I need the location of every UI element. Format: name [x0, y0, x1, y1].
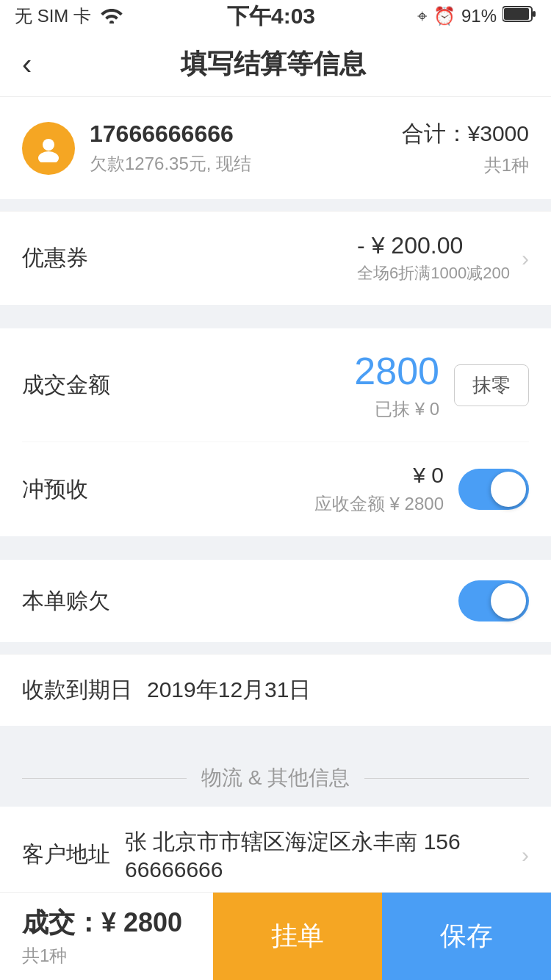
user-subtitle: 欠款1276.35元, 现结	[90, 152, 251, 176]
deal-amount-label: 成交金额	[22, 370, 110, 400]
logistics-section: 物流 & 其他信息	[0, 749, 551, 807]
address-value: 张 北京市市辖区海淀区永丰南 156 66666666	[125, 827, 516, 882]
back-button[interactable]: ‹	[22, 48, 32, 81]
deal-amount-value: 2800	[354, 349, 439, 393]
svg-point-3	[43, 139, 54, 151]
address-row[interactable]: 客户地址 张 北京市市辖区海淀区永丰南 156 66666666 ›	[0, 807, 551, 903]
status-left: 无 SIM 卡	[15, 4, 125, 28]
footer-deal-label: 成交：	[22, 907, 101, 937]
credit-label: 本单赊欠	[22, 586, 110, 616]
alarm-icon: ⏰	[433, 6, 455, 26]
nav-bar: ‹ 填写结算等信息	[0, 32, 551, 97]
credit-row: 本单赊欠	[0, 560, 551, 642]
erased-label: 已抹 ¥ 0	[354, 397, 439, 421]
status-time: 下午4:03	[227, 1, 315, 32]
prepay-row: 冲预收 ¥ 0 应收金额 ¥ 2800	[22, 442, 529, 536]
deal-amount-row: 成交金额 2800 已抹 ¥ 0 抹零	[22, 328, 529, 442]
footer-info: 成交：¥ 2800 共1种	[0, 905, 213, 968]
svg-rect-1	[504, 8, 529, 20]
section-divider-1	[0, 317, 551, 328]
item-count: 共1种	[402, 154, 529, 177]
sep-line-left	[22, 778, 187, 779]
coupon-chevron: ›	[522, 246, 529, 271]
footer-count: 共1种	[22, 944, 191, 968]
coupon-amount: - ¥ 200.00	[357, 232, 510, 259]
battery-label: 91%	[461, 6, 497, 26]
prepay-toggle[interactable]	[458, 469, 529, 510]
user-total: 合计：¥3000 共1种	[402, 119, 529, 177]
prepay-amount: ¥ 0	[314, 463, 444, 488]
user-left: 17666666666 欠款1276.35元, 现结	[22, 120, 251, 176]
sim-label: 无 SIM 卡	[15, 4, 91, 28]
user-info: 17666666666 欠款1276.35元, 现结	[90, 120, 251, 176]
user-card: 17666666666 欠款1276.35元, 现结 合计：¥3000 共1种	[0, 97, 551, 199]
round-button[interactable]: 抹零	[454, 364, 529, 406]
svg-point-4	[38, 151, 59, 162]
footer-deal-amount: ¥ 2800	[101, 907, 182, 937]
deal-right: 2800 已抹 ¥ 0 抹零	[354, 349, 529, 421]
battery-icon	[503, 4, 536, 28]
avatar	[22, 122, 75, 175]
deal-section: 成交金额 2800 已抹 ¥ 0 抹零 冲预收 ¥ 0 应收金额 ¥ 2800	[0, 328, 551, 536]
page-title: 填写结算等信息	[46, 46, 500, 82]
prepay-sub: 应收金额 ¥ 2800	[314, 492, 444, 516]
logistics-label: 物流 & 其他信息	[201, 764, 350, 792]
svg-rect-2	[533, 11, 536, 17]
status-bar: 无 SIM 卡 下午4:03 ⌖ ⏰ 91%	[0, 0, 551, 32]
section-divider-3	[0, 738, 551, 749]
section-divider-2	[0, 548, 551, 560]
coupon-desc: 全场6折满1000减200	[357, 262, 510, 284]
location-icon: ⌖	[417, 6, 428, 26]
due-date-value: 2019年12月31日	[147, 675, 311, 705]
save-button[interactable]: 保存	[382, 893, 551, 981]
prepay-label: 冲预收	[22, 475, 88, 505]
due-date-row: 收款到期日 2019年12月31日	[0, 654, 551, 726]
due-date-label: 收款到期日	[22, 675, 132, 705]
footer-deal: 成交：¥ 2800	[22, 905, 191, 941]
address-chevron: ›	[522, 843, 529, 868]
address-label: 客户地址	[22, 840, 110, 870]
user-phone: 17666666666	[90, 120, 251, 148]
footer: 成交：¥ 2800 共1种 挂单 保存	[0, 892, 551, 980]
credit-toggle[interactable]	[458, 580, 529, 621]
sep-line-right	[364, 778, 529, 779]
coupon-row[interactable]: 优惠券 - ¥ 200.00 全场6折满1000减200 ›	[0, 211, 551, 305]
wifi-icon	[98, 4, 125, 28]
pending-button[interactable]: 挂单	[213, 893, 382, 981]
toggle-knob	[491, 472, 526, 507]
credit-toggle-knob	[491, 583, 526, 619]
coupon-label: 优惠券	[22, 243, 88, 273]
status-right: ⌖ ⏰ 91%	[417, 4, 536, 28]
total-amount: 合计：¥3000	[402, 119, 529, 149]
